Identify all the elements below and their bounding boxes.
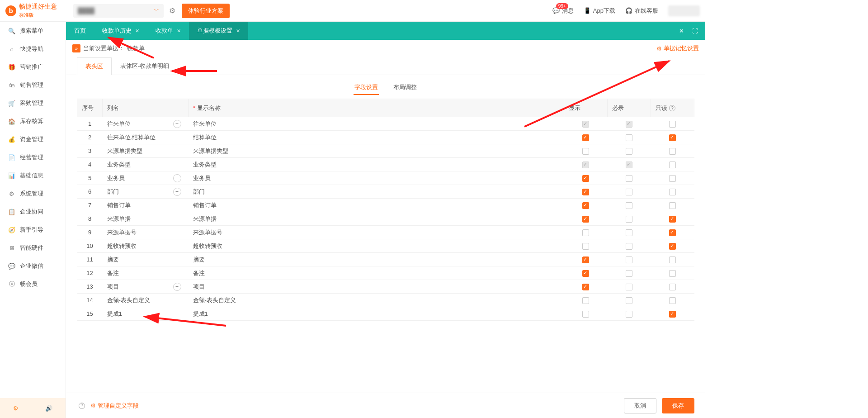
sidebar-item[interactable]: 🖥智能硬件 xyxy=(0,239,66,257)
checkbox[interactable] xyxy=(669,202,676,209)
sidebar-item[interactable]: 🧭新手引导 xyxy=(0,221,66,239)
cell-display[interactable]: 提成1 xyxy=(189,307,564,321)
save-button[interactable]: 保存 xyxy=(662,398,694,413)
cell-display[interactable]: 项目 xyxy=(189,280,564,294)
gear-icon[interactable]: ⚙ xyxy=(169,6,175,15)
collapse-button[interactable]: » xyxy=(72,44,80,52)
checkbox[interactable] xyxy=(582,256,589,263)
sidebar-item[interactable]: 💬企业微信 xyxy=(0,257,66,275)
app-download-link[interactable]: 📱 App下载 xyxy=(584,7,615,15)
company-select[interactable]: ████ ﹀ xyxy=(73,4,164,18)
cell-display[interactable]: 来源单据号 xyxy=(189,226,564,239)
sidebar-item[interactable]: 💰资金管理 xyxy=(0,130,66,148)
memory-settings-link[interactable]: ⚙ 单据记忆设置 xyxy=(656,44,699,52)
checkbox[interactable] xyxy=(669,175,676,182)
checkbox[interactable] xyxy=(582,243,589,250)
checkbox[interactable] xyxy=(669,134,676,141)
checkbox[interactable] xyxy=(626,243,632,250)
checkbox[interactable] xyxy=(669,121,676,128)
checkbox[interactable] xyxy=(626,216,632,223)
checkbox[interactable] xyxy=(582,284,589,290)
add-icon[interactable]: + xyxy=(173,120,181,128)
checkbox[interactable] xyxy=(669,229,676,236)
tab[interactable]: 收款单历史✕ xyxy=(94,22,147,40)
sidebar-item[interactable]: 📊基础信息 xyxy=(0,166,66,185)
tab[interactable]: 收款单✕ xyxy=(147,22,189,40)
checkbox[interactable] xyxy=(626,229,632,236)
sidebar-item[interactable]: 🛒采购管理 xyxy=(0,94,66,112)
sub-tab[interactable]: 表体区-收款单明细 xyxy=(112,57,178,75)
checkbox[interactable] xyxy=(626,297,632,304)
checkbox[interactable] xyxy=(582,229,589,236)
cell-display[interactable]: 结算单位 xyxy=(189,131,564,144)
close-icon[interactable]: ✕ xyxy=(135,28,139,34)
tab[interactable]: 首页 xyxy=(66,22,94,40)
sidebar-item[interactable]: ⚙系统管理 xyxy=(0,185,66,203)
tab[interactable]: 单据模板设置✕ xyxy=(189,22,248,40)
cell-display[interactable]: 金额-表头自定义 xyxy=(189,294,564,307)
sidebar-item[interactable]: 🔍搜索菜单 xyxy=(0,22,66,40)
cell-display[interactable]: 业务类型 xyxy=(189,158,564,171)
close-icon[interactable]: ✕ xyxy=(236,28,240,34)
checkbox[interactable] xyxy=(582,311,589,318)
cell-display[interactable]: 部门 xyxy=(189,185,564,199)
add-icon[interactable]: + xyxy=(173,188,181,196)
checkbox[interactable] xyxy=(626,202,632,209)
sidebar-item[interactable]: 📄经营管理 xyxy=(0,148,66,166)
checkbox[interactable] xyxy=(626,270,632,277)
fullscreen-icon[interactable]: ⛶ xyxy=(690,26,700,36)
sidebar-item[interactable]: Ⓥ畅会员 xyxy=(0,275,66,293)
checkbox[interactable] xyxy=(669,284,676,290)
checkbox[interactable] xyxy=(626,148,632,155)
checkbox[interactable] xyxy=(626,162,632,168)
checkbox[interactable] xyxy=(669,216,676,223)
close-icon[interactable]: ✕ xyxy=(177,28,181,34)
checkbox[interactable] xyxy=(582,134,589,141)
checkbox[interactable] xyxy=(582,216,589,223)
checkbox[interactable] xyxy=(582,121,589,128)
checkbox[interactable] xyxy=(626,121,632,128)
checkbox[interactable] xyxy=(626,175,632,182)
sidebar-item[interactable]: 🏠库存核算 xyxy=(0,112,66,130)
sidebar-item[interactable]: 🎁营销推广 xyxy=(0,58,66,76)
manage-custom-fields-link[interactable]: ⚙ 管理自定义字段 xyxy=(90,402,139,410)
checkbox[interactable] xyxy=(669,311,676,318)
sub-tab[interactable]: 表头区 xyxy=(77,57,112,75)
checkbox[interactable] xyxy=(582,175,589,182)
cell-display[interactable]: 业务员 xyxy=(189,171,564,185)
checkbox[interactable] xyxy=(582,148,589,155)
checkbox[interactable] xyxy=(626,311,632,318)
cancel-button[interactable]: 取消 xyxy=(624,398,656,413)
checkbox[interactable] xyxy=(582,189,589,195)
cell-display[interactable]: 来源单据 xyxy=(189,212,564,226)
inner-tab[interactable]: 字段设置 xyxy=(354,81,379,95)
checkbox[interactable] xyxy=(626,189,632,195)
sidebar-item[interactable]: ⌂快捷导航 xyxy=(0,40,66,58)
add-icon[interactable]: + xyxy=(173,283,181,291)
add-icon[interactable]: + xyxy=(173,174,181,182)
checkbox[interactable] xyxy=(582,162,589,168)
checkbox[interactable] xyxy=(582,202,589,209)
checkbox[interactable] xyxy=(582,270,589,277)
sidebar-item[interactable]: 📋企业协同 xyxy=(0,203,66,221)
help-icon[interactable]: ? xyxy=(669,105,675,111)
settings-icon[interactable]: ⚙ xyxy=(11,403,20,413)
checkbox[interactable] xyxy=(626,256,632,263)
checkbox[interactable] xyxy=(669,162,676,168)
checkbox[interactable] xyxy=(669,189,676,195)
sidebar-item[interactable]: 🛍销售管理 xyxy=(0,76,66,94)
checkbox[interactable] xyxy=(626,284,632,290)
checkbox[interactable] xyxy=(669,148,676,155)
checkbox[interactable] xyxy=(669,256,676,263)
cell-display[interactable]: 备注 xyxy=(189,266,564,280)
checkbox[interactable] xyxy=(582,297,589,304)
checkbox[interactable] xyxy=(669,270,676,277)
cell-display[interactable]: 往来单位 xyxy=(189,117,564,131)
sound-icon[interactable]: 🔊 xyxy=(43,403,54,413)
cell-display[interactable]: 摘要 xyxy=(189,253,564,266)
checkbox[interactable] xyxy=(669,243,676,250)
cell-display[interactable]: 来源单据类型 xyxy=(189,144,564,158)
user-avatar[interactable] xyxy=(668,5,700,16)
checkbox[interactable] xyxy=(626,134,632,141)
trial-button[interactable]: 体验行业方案 xyxy=(182,4,230,18)
